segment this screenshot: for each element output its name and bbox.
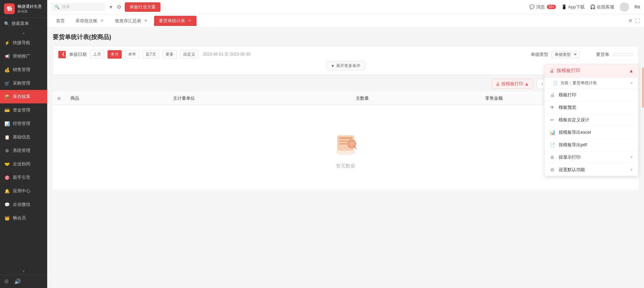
sidebar-scroll-down[interactable]: ▼ (0, 268, 47, 275)
maximize-icon[interactable]: ⛶ (635, 18, 640, 24)
date-btn-this-month[interactable]: 本月 (108, 50, 122, 59)
sidebar-item-collab[interactable]: 🤝 企业协同 (0, 157, 47, 171)
sidebar-item-inventory[interactable]: 📦 库存核算 (0, 90, 47, 103)
sidebar-item-label: 新手引导 (13, 174, 30, 181)
support-icon: 🎧 (590, 4, 595, 9)
sidebar-item-member[interactable]: 👑 畅会员 (0, 211, 47, 225)
sidebar-item-label: 资金管理 (13, 107, 30, 113)
online-support-button[interactable]: 🎧 在线客服 (590, 4, 614, 10)
dropdown-close-chevron[interactable]: ▲ (629, 68, 634, 73)
online-support-label: 在线客服 (597, 4, 614, 10)
user-avatar[interactable] (620, 2, 629, 12)
topbar-search[interactable]: 🔍 搜索 (51, 3, 105, 11)
tab-order-stats-label: 要货单统计表 (159, 18, 185, 24)
print-label: 按模板打印 (501, 81, 523, 87)
expand-label: 展开更多条件 (336, 63, 360, 69)
tab-inventory-batch[interactable]: 库存批次账 ✕ (71, 16, 109, 26)
filter-row-date: 《 单据日期 上月 本月 本年 近7天 更多 自定义 2023-06-01 至 … (58, 50, 633, 59)
basic-icon: 📋 (4, 134, 10, 140)
main-area: 🔍 搜索 ▼ ⚙ 体验行业方案 💬 消息 99+ 📱 App下载 🎧 在线客服 … (47, 0, 644, 288)
sidebar-item-label: 营销推广 (13, 53, 30, 59)
settings-bottom-icon[interactable]: ⚙ (4, 278, 9, 285)
app-download-button[interactable]: 📱 App下载 (561, 4, 585, 10)
dropdown-title: 按模板打印 (557, 68, 580, 74)
sidebar-item-label: 系统管理 (13, 148, 30, 154)
printer-header-icon: 🖨 (549, 68, 554, 73)
sidebar-item-label: 销售管理 (13, 67, 30, 73)
user-name: Rit (635, 4, 640, 9)
template-design-label: 模板自定义设计 (559, 117, 634, 123)
messages-label: 消息 (536, 4, 545, 10)
message-icon: 💬 (529, 4, 535, 9)
search-icon: 🔍 (4, 21, 9, 26)
dropdown-item-template-excel[interactable]: 📊 按模板导出excel (545, 126, 638, 139)
print-chevron-up: ▲ (525, 82, 529, 87)
collapse-button[interactable]: 《 (58, 51, 66, 58)
print-button[interactable]: 🖨 按模板打印 ▲ (491, 79, 533, 89)
tab-receipt-summary[interactable]: 收发存汇总表 ✕ (110, 16, 153, 26)
sidebar-item-quick-nav[interactable]: ⚡ 快捷导航 (0, 36, 47, 50)
expand-more-button[interactable]: ▼ 展开更多条件 (326, 61, 365, 70)
topbar-search-icon: 🔍 (55, 5, 60, 9)
tab-home[interactable]: 首页 (51, 16, 69, 26)
display-print-icon: 🖥 (549, 155, 555, 160)
svg-rect-3 (339, 140, 349, 142)
dropdown-current-template[interactable]: 📄 当前：要货单统计表 ▼ (545, 77, 638, 89)
dropdown-item-template-pdf[interactable]: 📄 按模板导出pdf (545, 139, 638, 151)
template-pdf-icon: 📄 (549, 142, 555, 148)
sidebar-item-basic[interactable]: 📋 基础信息 (0, 130, 47, 144)
sales-icon: 💰 (4, 67, 10, 73)
topbar-gear-icon[interactable]: ⚙ (117, 4, 121, 10)
tab-order-stats[interactable]: 要货单统计表 ✕ (154, 16, 197, 26)
template-preview-label: 模板预览 (559, 104, 634, 110)
svg-rect-2 (339, 137, 352, 139)
tab-inventory-batch-close[interactable]: ✕ (99, 19, 104, 23)
sidebar-item-purchase[interactable]: 🛒 采购管理 (0, 76, 47, 90)
sidebar-scroll-up[interactable]: ▲ (0, 29, 47, 36)
dropdown-item-display-print[interactable]: 🖥 按显示打印 ▼ (545, 151, 638, 164)
sidebar-item-label: 经营管理 (13, 121, 30, 127)
sidebar-item-marketing[interactable]: 📢 营销推广 (0, 50, 47, 63)
date-btn-last-month[interactable]: 上月 (90, 50, 104, 59)
empty-icon (329, 125, 362, 159)
empty-text: 暂无数据 (336, 163, 355, 169)
sidebar-item-system[interactable]: ⚙ 系统管理 (0, 144, 47, 157)
sidebar-item-sales[interactable]: 💰 销售管理 (0, 63, 47, 76)
table-settings-icon[interactable]: ⚙ (57, 96, 61, 101)
tab-order-stats-close[interactable]: ✕ (187, 19, 192, 23)
sidebar-item-label: 采购管理 (13, 80, 30, 86)
sidebar-search[interactable]: 🔍 搜索菜单 (0, 18, 47, 29)
close-window-icon[interactable]: ✕ (628, 18, 633, 24)
set-default-arrow: ▼ (630, 167, 634, 172)
date-btn-last-7-days[interactable]: 近7天 (143, 50, 159, 59)
wechat-icon: 💬 (4, 201, 10, 207)
sidebar-item-guide[interactable]: 🎯 新手引导 (0, 171, 47, 184)
industry-solution-button[interactable]: 体验行业方案 (125, 2, 160, 12)
dropdown-item-template-preview[interactable]: 👁 模板预览 (545, 101, 638, 114)
dropdown-item-set-default[interactable]: ⚙ 设置默认功能 ▼ (545, 164, 638, 176)
date-btn-this-year[interactable]: 本年 (125, 50, 139, 59)
app-download-label: App下载 (568, 4, 585, 10)
sidebar-search-label: 搜索菜单 (11, 21, 29, 27)
sidebar-item-finance[interactable]: 💳 资金管理 (0, 103, 47, 117)
date-btn-more[interactable]: 更多 (163, 50, 177, 59)
export-icon: ↑ (541, 82, 544, 87)
sidebar-item-wechat[interactable]: 💬 企业微信 (0, 198, 47, 211)
date-btn-custom[interactable]: 自定义 (180, 50, 198, 59)
finance-icon: 💳 (4, 107, 10, 113)
sidebar-item-operation[interactable]: 📊 经营管理 (0, 117, 47, 130)
audio-bottom-icon[interactable]: 🔊 (14, 278, 21, 285)
order-type-select[interactable]: 单据类型 (552, 51, 579, 58)
date-label: 单据日期 (69, 52, 87, 58)
goods-filter-input[interactable] (613, 53, 633, 56)
dropdown-item-template-design[interactable]: ✏ 模板自定义设计 (545, 114, 638, 126)
table-header-goods: 商品 (66, 92, 169, 105)
tab-receipt-summary-close[interactable]: ✕ (143, 19, 148, 23)
purchase-icon: 🛒 (4, 80, 10, 86)
sidebar-item-appstore[interactable]: 🔔 应用中心 (0, 184, 47, 198)
scrollbar-thumb[interactable] (642, 67, 644, 108)
dropdown-item-template-print[interactable]: 🖨 模板打印 (545, 89, 638, 101)
topbar-chevron[interactable]: ▼ (109, 4, 113, 10)
tab-receipt-summary-label: 收发存汇总表 (115, 18, 141, 24)
messages-button[interactable]: 💬 消息 99+ (529, 4, 556, 10)
